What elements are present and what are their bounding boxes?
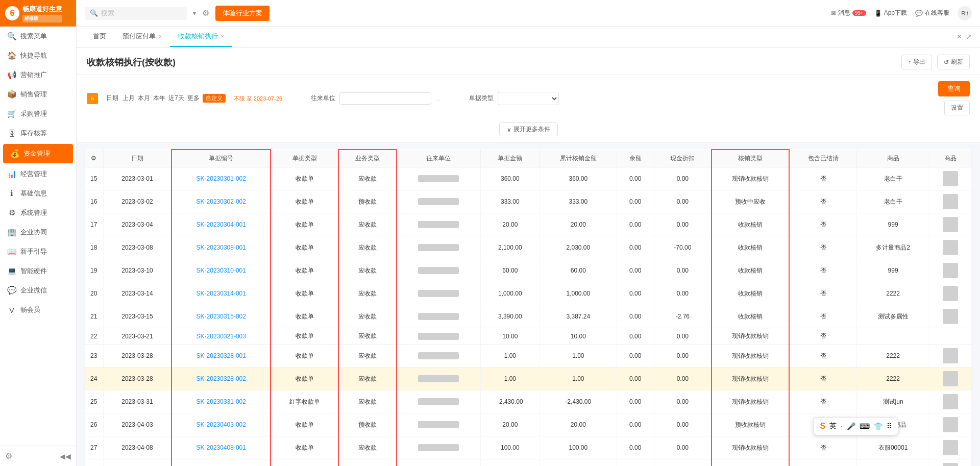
date-opt-custom[interactable]: 自定义 [203, 94, 226, 103]
cell-bill-no: SK-20230302-002 [172, 190, 271, 213]
sidebar-item-purchase[interactable]: 🛒 采购管理 [0, 104, 76, 124]
sidebar-item-wechat[interactable]: 💬 企业微信 [0, 281, 76, 300]
cell-product: 999 [857, 213, 929, 236]
sidebar-item-system[interactable]: ⚙ 系统管理 [0, 203, 76, 223]
topbar-settings-icon[interactable]: ⚙ [202, 8, 209, 18]
col-gear[interactable]: ⚙ [85, 150, 103, 167]
export-icon: ↑ [908, 59, 911, 66]
sidebar-item-operations[interactable]: 📊 经营管理 [0, 164, 76, 184]
cell-balance: 0.00 [617, 328, 654, 345]
sidebar-item-guide[interactable]: 📖 新手引导 [0, 242, 76, 261]
cell-bill-type: 收款单 [271, 167, 338, 190]
bill-no-link[interactable]: SK-20230315-002 [197, 313, 246, 320]
counterpart-mask [418, 290, 459, 297]
bill-type-select[interactable] [498, 92, 559, 105]
date-opt-more[interactable]: 更多 [187, 94, 200, 103]
watermark-shirt-icon[interactable]: 👕 [874, 422, 883, 430]
dropdown-arrow[interactable]: ▾ [193, 10, 196, 17]
tab-receipts-close[interactable]: × [221, 34, 224, 39]
page-actions: ↑ 导出 ↺ 刷新 [901, 55, 970, 69]
cell-counterpart [397, 367, 481, 390]
sidebar-label-basic-info: 基础信息 [20, 189, 47, 198]
cell-biz-type: 应收款 [338, 259, 397, 282]
bill-no-link[interactable]: SK-20230403-002 [197, 421, 246, 428]
sidebar-item-sales[interactable]: 📦 销售管理 [0, 85, 76, 104]
cell-bill-amount: 360.00 [480, 167, 540, 190]
export-button[interactable]: ↑ 导出 [901, 55, 932, 69]
app-download-button[interactable]: 📱 App下载 [874, 9, 907, 17]
bill-no-link[interactable]: SK-20230310-001 [197, 267, 246, 274]
cell-bill-no: SK-20230304-001 [172, 213, 271, 236]
filter-collapse-btn[interactable]: » [87, 93, 98, 104]
bill-no-link[interactable]: SK-20230408-001 [197, 444, 246, 451]
bill-no-link[interactable]: SK-20230308-001 [197, 244, 246, 251]
bill-no-link[interactable]: SK-20230328-001 [197, 352, 246, 359]
cell-biz-type: 应收款 [338, 167, 397, 190]
table-row: 21 2023-03-15 SK-20230315-002 收款单 应收款 3,… [85, 305, 972, 328]
sidebar-item-finance[interactable]: 💰 资金管理 [3, 144, 73, 163]
sidebar-settings-icon[interactable]: ⚙ [5, 451, 12, 461]
refresh-button[interactable]: ↺ 刷新 [937, 55, 970, 69]
cell-cash-discount: -2.76 [654, 305, 712, 328]
cell-product2 [929, 282, 972, 305]
date-range-display: 不限 至 2023-07-26 [234, 95, 282, 102]
filter-settings-button[interactable]: 设置 [944, 101, 970, 115]
bill-no-link[interactable]: SK-20230304-001 [197, 221, 246, 228]
cell-bill-type: 收款单 [271, 413, 338, 436]
bill-no-link[interactable]: SK-20230331-002 [197, 398, 246, 405]
sidebar-item-quick-nav[interactable]: 🏠 快捷导航 [0, 46, 76, 65]
sidebar-item-search[interactable]: 🔍 搜索菜单 [0, 27, 76, 46]
watermark-grid-icon[interactable]: ⠿ [887, 422, 892, 430]
filter-collapse-icon: » [91, 95, 94, 102]
product-thumb [943, 417, 958, 432]
watermark-mic-icon[interactable]: 🎤 [847, 422, 855, 430]
bill-no-link[interactable]: SK-20230302-002 [197, 198, 246, 205]
cell-bill-type: 收款单 [271, 213, 338, 236]
sidebar-icon-guide: 📖 [7, 247, 16, 256]
sidebar-item-basic-info[interactable]: ℹ 基础信息 [0, 184, 76, 203]
date-opt-this-month[interactable]: 本月 [138, 94, 150, 103]
tab-home[interactable]: 首页 [85, 27, 114, 47]
bill-no-link[interactable]: SK-20230301-002 [197, 175, 246, 182]
cell-write-off-type: 现销收款核销 [712, 345, 789, 367]
cell-no: 17 [85, 213, 103, 236]
bill-no-link[interactable]: SK-20230321-003 [197, 333, 246, 340]
tab-prepay-close[interactable]: × [159, 34, 162, 39]
message-button[interactable]: ✉ 消息 99+ [831, 9, 866, 17]
cell-include-cleared: 否 [789, 305, 856, 328]
tab-prepay-orders[interactable]: 预付应付单 × [114, 27, 170, 47]
window-close-icon[interactable]: × [957, 32, 962, 41]
bill-no-link[interactable]: SK-20230328-002 [197, 375, 246, 382]
product-thumb [943, 309, 958, 324]
sidebar-label-system: 系统管理 [20, 208, 47, 217]
table-row: 24 2023-03-28 SK-20230328-002 收款单 应收款 1.… [85, 367, 972, 390]
date-opt-7days[interactable]: 近7天 [168, 94, 184, 103]
counterpart-mask [418, 375, 459, 382]
online-service-button[interactable]: 💬 在线客服 [915, 9, 949, 17]
topbar-search-box[interactable]: 🔍 搜索 [85, 7, 187, 20]
cell-include-cleared: 否 [789, 436, 856, 459]
cell-counterpart [397, 459, 481, 467]
user-avatar[interactable]: Rit [958, 6, 972, 20]
cell-no: 16 [85, 190, 103, 213]
window-expand-icon[interactable]: ⤢ [966, 33, 972, 41]
counterpart-input[interactable] [339, 92, 431, 105]
expand-filter-button[interactable]: ∨ 展开更多条件 [499, 122, 558, 136]
cell-bill-no: SK-20230314-001 [172, 282, 271, 305]
gear-icon[interactable]: ⚙ [91, 155, 96, 162]
date-opt-last-month[interactable]: 上月 [122, 94, 135, 103]
tab-receipts[interactable]: 收款核销执行 × [170, 27, 232, 47]
query-button[interactable]: 查询 [938, 81, 970, 96]
online-service-label: 在线客服 [925, 9, 949, 17]
sidebar-item-member[interactable]: V 畅会员 [0, 300, 76, 320]
sidebar-item-hardware[interactable]: 💻 智能硬件 [0, 261, 76, 281]
sidebar-item-inventory[interactable]: 🗄 库存核算 [0, 124, 76, 143]
sidebar-collapse-icon[interactable]: ◀◀ [60, 452, 71, 460]
industry-plan-button[interactable]: 体验行业方案 [215, 6, 270, 21]
watermark-keyboard-icon[interactable]: ⌨ [860, 422, 870, 430]
sidebar-item-enterprise[interactable]: 🏢 企业协同 [0, 223, 76, 242]
cell-bill-no: SK-20230310-001 [172, 259, 271, 282]
sidebar-item-marketing[interactable]: 📢 营销推广 [0, 65, 76, 85]
bill-no-link[interactable]: SK-20230314-001 [197, 290, 246, 297]
date-opt-this-year[interactable]: 本年 [153, 94, 165, 103]
